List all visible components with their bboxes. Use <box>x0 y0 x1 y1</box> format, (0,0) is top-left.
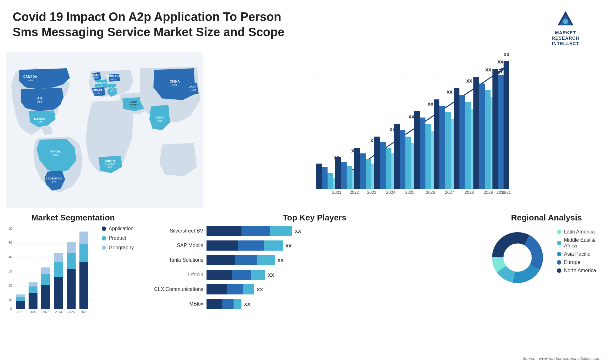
logo-area: MARKET RESEARCH INTELLECT <box>534 10 597 46</box>
latin-america-label: Latin America <box>564 229 595 235</box>
svg-text:ARABIA: ARABIA <box>128 103 138 106</box>
svg-text:xx%: xx% <box>172 84 177 87</box>
regional-title: Regional Analysis <box>489 213 604 223</box>
svg-text:2024: 2024 <box>55 310 62 314</box>
bar-seg2 <box>235 255 257 265</box>
svg-rect-54 <box>335 157 341 189</box>
svg-rect-143 <box>54 262 63 277</box>
svg-rect-48 <box>322 167 328 189</box>
player-row: Silverstreet BV XX <box>146 226 483 236</box>
europe-dot <box>557 260 561 265</box>
regional-donut <box>489 226 546 289</box>
north-america-dot <box>557 268 561 273</box>
source-text: Source : www.marketresearchintellect.com <box>522 356 600 361</box>
svg-text:2025: 2025 <box>405 190 415 195</box>
svg-rect-113 <box>504 61 509 189</box>
bar-seg2 <box>232 270 251 280</box>
legend-north-america: North America <box>557 268 604 273</box>
logo-icon <box>556 10 575 29</box>
svg-rect-56 <box>347 166 352 189</box>
bar-seg2 <box>227 284 243 294</box>
svg-rect-55 <box>341 162 347 189</box>
player-row: MBlox XX <box>146 299 483 309</box>
player-row: Tanla Solutions XX <box>146 255 483 265</box>
svg-rect-104 <box>479 84 485 189</box>
asia-pacific-label: Asia Pacific <box>564 251 590 257</box>
svg-rect-63 <box>366 159 371 189</box>
player-value: XX <box>257 287 263 292</box>
svg-text:2023: 2023 <box>42 310 50 314</box>
bar-seg3 <box>264 240 283 251</box>
segmentation-section: Market Segmentation 60 50 40 30 20 10 0 <box>6 213 140 329</box>
header: Covid 19 Impact On A2p Application To Pe… <box>0 0 610 52</box>
svg-text:2027: 2027 <box>445 190 454 195</box>
svg-rect-76 <box>400 130 405 189</box>
svg-text:INDIA: INDIA <box>156 116 164 119</box>
svg-rect-82 <box>414 111 420 189</box>
application-dot <box>102 226 106 231</box>
bar-seg3 <box>251 270 265 280</box>
bar-seg3 <box>243 284 254 294</box>
svg-rect-132 <box>16 294 25 297</box>
svg-rect-148 <box>67 242 76 253</box>
svg-point-2 <box>563 19 568 24</box>
svg-text:xx%: xx% <box>93 76 98 79</box>
player-row: Infobip XX <box>146 270 483 280</box>
svg-text:40: 40 <box>9 255 12 259</box>
legend-europe: Europe <box>557 260 604 265</box>
svg-rect-105 <box>485 90 491 189</box>
segmentation-chart: 60 50 40 30 20 10 0 <box>6 226 95 315</box>
svg-text:xx%: xx% <box>95 92 100 95</box>
bar-seg2 <box>238 240 264 251</box>
svg-text:2026: 2026 <box>80 310 88 314</box>
svg-rect-62 <box>360 153 366 189</box>
svg-text:2022: 2022 <box>30 310 37 314</box>
svg-text:CANADA: CANADA <box>23 75 37 78</box>
svg-rect-110 <box>498 75 504 189</box>
players-title: Top Key Players <box>146 213 483 223</box>
svg-rect-134 <box>29 293 37 309</box>
player-name: Tanla Solutions <box>146 257 203 263</box>
svg-text:xx%: xx% <box>107 165 112 168</box>
svg-rect-97 <box>459 95 465 189</box>
svg-rect-142 <box>54 277 63 309</box>
svg-rect-96 <box>454 88 459 189</box>
product-dot <box>102 236 106 240</box>
middle-east-dot <box>557 241 561 245</box>
player-row: SAP Mobile XX <box>146 240 483 251</box>
svg-rect-146 <box>67 269 76 309</box>
growth-chart: 2021 XX 2022 XX 2023 XX 2024 <box>210 52 604 208</box>
svg-rect-103 <box>473 77 479 189</box>
legend-middle-east: Middle East & Africa <box>557 237 604 249</box>
svg-text:xx%: xx% <box>110 90 114 92</box>
svg-text:MEXICO: MEXICO <box>34 117 45 120</box>
svg-text:60: 60 <box>9 227 12 230</box>
svg-rect-84 <box>425 124 431 189</box>
svg-rect-90 <box>439 106 445 189</box>
svg-rect-130 <box>16 301 25 309</box>
svg-text:XX: XX <box>498 59 504 64</box>
player-name: Silverstreet BV <box>146 228 203 234</box>
svg-text:XX: XX <box>447 90 453 95</box>
svg-text:30: 30 <box>9 270 12 273</box>
bar-seg1 <box>207 240 238 251</box>
player-bar-container: XX <box>207 255 483 265</box>
svg-text:SPAIN: SPAIN <box>93 89 102 92</box>
bar-seg3 <box>270 226 292 236</box>
svg-text:SAUDI: SAUDI <box>130 100 138 103</box>
player-name: MBlox <box>146 301 203 307</box>
bar-seg1 <box>207 270 232 280</box>
europe-label: Europe <box>564 260 580 265</box>
svg-text:10: 10 <box>9 298 12 302</box>
bar-seg2 <box>222 299 234 309</box>
player-value: XX <box>295 228 301 234</box>
svg-text:AFRICA: AFRICA <box>105 162 115 165</box>
svg-rect-140 <box>41 267 50 274</box>
svg-text:xx%: xx% <box>157 119 162 122</box>
geography-dot <box>102 246 106 250</box>
player-bar <box>207 284 254 294</box>
latin-america-dot <box>557 230 561 234</box>
svg-rect-147 <box>67 253 76 269</box>
legend-geography: Geography <box>102 245 134 251</box>
svg-text:JAPAN: JAPAN <box>189 85 199 89</box>
